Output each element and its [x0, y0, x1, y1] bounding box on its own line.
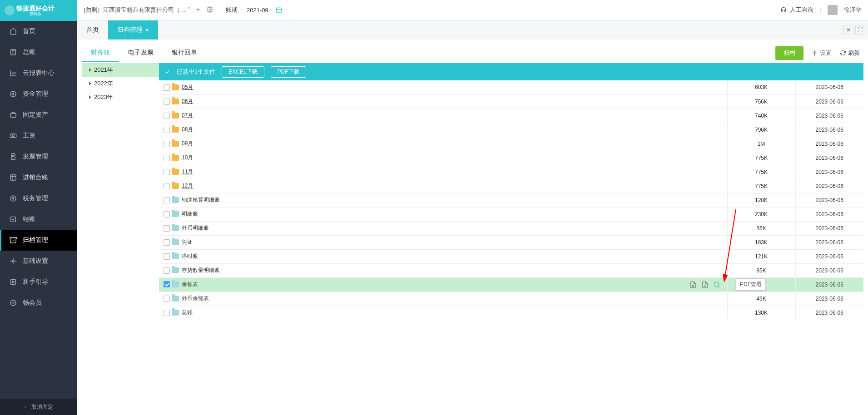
- sidebar-item-invoice[interactable]: 发票管理: [0, 146, 77, 167]
- table-row[interactable]: 07月740K2023-06-06: [159, 109, 863, 123]
- file-size: 775K: [727, 165, 795, 179]
- sub-tab[interactable]: 电子发票: [119, 44, 163, 62]
- sidebar-item-label: 结账: [23, 215, 35, 223]
- gear-icon[interactable]: [207, 6, 214, 14]
- sidebar-item-funds[interactable]: 资金管理: [0, 84, 77, 104]
- file-icon: [172, 225, 179, 231]
- tab[interactable]: 首页: [77, 20, 108, 40]
- table-row[interactable]: 09月1M2023-06-06: [159, 137, 863, 151]
- period-value[interactable]: 2021-09: [247, 7, 268, 14]
- sidebar-item-ledger[interactable]: 总账: [0, 42, 77, 63]
- row-checkbox[interactable]: [164, 127, 170, 133]
- row-checkbox[interactable]: [164, 225, 170, 232]
- sidebar-item-settings[interactable]: 基础设置: [0, 251, 77, 272]
- file-name-link[interactable]: 12月: [182, 183, 193, 189]
- sub-tabs: 财务账电子发票银行回单 归档 设置 刷新: [82, 44, 863, 62]
- row-checkbox[interactable]: [164, 113, 170, 119]
- pdf-view-tooltip: PDF查看: [736, 278, 766, 291]
- avatar[interactable]: [828, 5, 838, 15]
- file-name: 辅助核算明细账: [182, 197, 220, 203]
- table-row[interactable]: 05月603K2023-06-06: [159, 80, 863, 94]
- table-row[interactable]: 序时账121K2023-06-06: [159, 249, 863, 263]
- file-size: 756K: [727, 94, 795, 109]
- fullscreen-icon[interactable]: ⛶: [855, 25, 865, 35]
- tree-year[interactable]: 2021年: [82, 63, 159, 77]
- row-checkbox[interactable]: [164, 267, 170, 274]
- row-checkbox[interactable]: [164, 310, 170, 316]
- tab[interactable]: 归档管理×: [108, 20, 158, 40]
- row-checkbox[interactable]: [164, 183, 170, 189]
- table-row[interactable]: 凭证183K2023-06-06: [159, 235, 863, 249]
- caret-right-icon: [89, 68, 91, 72]
- table-row[interactable]: 明细账230K2023-06-06: [159, 207, 863, 221]
- table-row[interactable]: 外币明细账56K2023-06-06: [159, 221, 863, 235]
- archive-button[interactable]: 归档: [775, 46, 804, 60]
- close-all-tabs[interactable]: ✕: [843, 25, 853, 35]
- row-checkbox[interactable]: [164, 211, 170, 217]
- sidebar-pin-toggle[interactable]: ←取消固定: [0, 399, 77, 415]
- calendar-icon[interactable]: [276, 7, 282, 13]
- file-name-link[interactable]: 05月: [182, 84, 193, 90]
- close-icon[interactable]: ×: [145, 26, 149, 34]
- refresh-link[interactable]: 刷新: [840, 49, 860, 57]
- row-checkbox[interactable]: [164, 99, 170, 105]
- row-checkbox[interactable]: [164, 281, 170, 287]
- file-name-link[interactable]: 09月: [182, 140, 193, 147]
- salary-icon: [9, 132, 17, 140]
- excel-download-icon[interactable]: [689, 281, 697, 289]
- table-row[interactable]: 10月775K2023-06-06: [159, 151, 863, 165]
- sidebar-item-tax[interactable]: 税务管理: [0, 188, 77, 209]
- tree-year[interactable]: 2023年: [82, 90, 159, 104]
- pdf-download-icon[interactable]: [701, 281, 709, 289]
- sidebar-item-fixed[interactable]: 固定资产: [0, 104, 77, 125]
- file-name-link[interactable]: 11月: [182, 168, 193, 175]
- sidebar-item-label: 进销台账: [23, 173, 48, 182]
- table-row[interactable]: 11月775K2023-06-06: [159, 165, 863, 179]
- plus-icon[interactable]: [195, 6, 202, 14]
- table-row[interactable]: 08月796K2023-06-06: [159, 123, 863, 137]
- sidebar-item-close[interactable]: 结账: [0, 209, 77, 230]
- user-name[interactable]: 徐泽华: [844, 6, 862, 14]
- sidebar: 畅捷通好会计 旗舰版 首页总账云报表中心资金管理固定资产工资发票管理进销台账税务…: [0, 0, 77, 415]
- table-row[interactable]: 外币余额表49K2023-06-06: [159, 291, 863, 306]
- sidebar-item-report[interactable]: 云报表中心: [0, 63, 77, 84]
- row-checkbox[interactable]: [164, 239, 170, 246]
- sub-tab[interactable]: 银行回单: [163, 44, 206, 62]
- row-checkbox[interactable]: [164, 84, 170, 91]
- file-name-link[interactable]: 07月: [182, 112, 193, 119]
- svg-rect-3: [10, 134, 16, 138]
- company-selector[interactable]: (勿删）江西服宝精品有限责任公司（… ˅: [84, 6, 190, 14]
- selection-count: 已选中1个文件: [177, 68, 215, 76]
- sidebar-item-vip[interactable]: 畅会员: [0, 292, 77, 313]
- sidebar-item-label: 云报表中心: [23, 69, 55, 77]
- row-checkbox[interactable]: [164, 197, 170, 203]
- table-row[interactable]: 12月775K2023-06-06: [159, 179, 863, 193]
- table-row[interactable]: 总账130K2023-06-06: [159, 306, 863, 320]
- table-row[interactable]: 辅助核算明细账128K2023-06-06: [159, 193, 863, 207]
- settings-link[interactable]: 设置: [812, 49, 832, 57]
- row-checkbox[interactable]: [164, 141, 170, 147]
- excel-download-button[interactable]: EXCEL下载: [222, 66, 264, 78]
- sidebar-item-inout[interactable]: 进销台账: [0, 167, 77, 188]
- consult-link[interactable]: 人工咨询: [780, 6, 813, 14]
- file-size: 183K: [727, 235, 795, 249]
- row-checkbox[interactable]: [164, 253, 170, 260]
- table-row[interactable]: 存货数量明细账85K2023-06-06: [159, 263, 863, 277]
- row-checkbox[interactable]: [164, 296, 170, 302]
- pdf-view-icon[interactable]: [713, 281, 721, 289]
- sidebar-item-home[interactable]: 首页: [0, 21, 77, 42]
- row-checkbox[interactable]: [164, 169, 170, 175]
- table-row[interactable]: 06月756K2023-06-06: [159, 94, 863, 109]
- sub-tab[interactable]: 财务账: [82, 44, 119, 62]
- sidebar-item-guide[interactable]: 新手引导: [0, 272, 77, 292]
- sidebar-item-salary[interactable]: 工资: [0, 125, 77, 146]
- file-name-link[interactable]: 06月: [182, 98, 193, 104]
- row-checkbox[interactable]: [164, 155, 170, 161]
- pdf-download-button[interactable]: PDF下载: [271, 66, 306, 78]
- sidebar-item-archive[interactable]: 归档管理: [0, 230, 77, 251]
- file-name-link[interactable]: 10月: [182, 154, 193, 161]
- tree-year[interactable]: 2022年: [82, 77, 159, 90]
- file-name-link[interactable]: 08月: [182, 126, 193, 133]
- sidebar-item-label: 总账: [23, 48, 35, 56]
- folder-icon: [172, 99, 179, 104]
